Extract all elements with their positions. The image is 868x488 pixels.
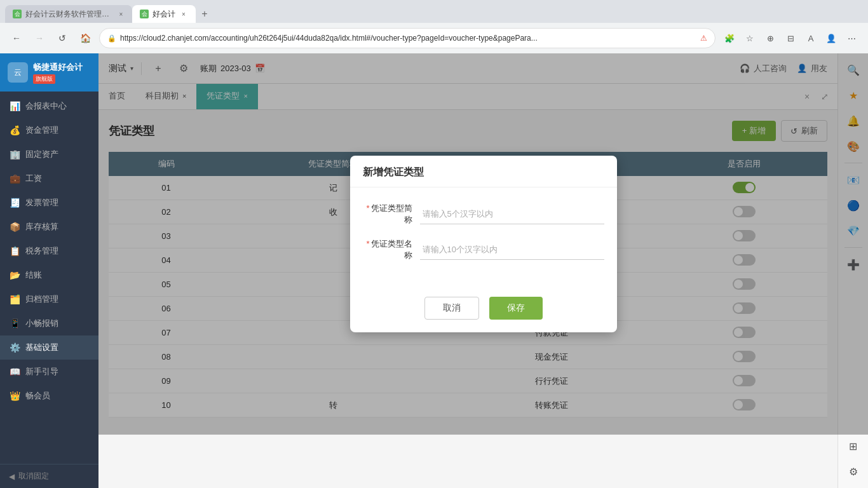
brand-icon: 云 <box>8 62 28 83</box>
read-aloud-icon[interactable]: A <box>802 29 820 47</box>
modal-header: 新增凭证类型 <box>350 156 617 187</box>
abbr-form-row: *凭证类型简称 <box>363 203 604 226</box>
right-panel-grid-btn[interactable]: ⊞ <box>842 435 865 458</box>
brand-edition: 旗舰版 <box>33 74 83 84</box>
browser-address-bar-row: ← → ↺ 🏠 🔒 https://cloud2.chanjet.com/acc… <box>0 23 868 53</box>
address-bar[interactable]: 🔒 https://cloud2.chanjet.com/accounting/… <box>99 28 715 48</box>
sidebar-item-salary[interactable]: 💼 工资 <box>0 166 98 191</box>
unpin-label: 取消固定 <box>18 471 49 482</box>
expense-icon: 📱 <box>9 318 20 329</box>
invoice-label: 发票管理 <box>25 197 58 208</box>
right-panel-gear-btn[interactable]: ⚙ <box>842 460 865 483</box>
sidebar-menu: 📊 会报表中心 💰 资金管理 🏢 固定资产 💼 工资 🧾 发票管理 📦 <box>0 92 98 464</box>
assets-label: 固定资产 <box>25 149 58 160</box>
tab-2[interactable]: 会 好会计 × <box>132 5 196 23</box>
archive-label: 归档管理 <box>25 294 58 305</box>
abbr-input[interactable] <box>420 204 604 224</box>
member-label: 畅会员 <box>25 390 50 402</box>
inventory-icon: 📦 <box>9 221 20 233</box>
browser-chrome: 会 好会计云财务软件管理系统_会计 × 会 好会计 × + ← → ↺ 🏠 🔒 … <box>0 0 868 53</box>
guide-label: 新手引导 <box>25 366 58 377</box>
favorites-icon[interactable]: ☆ <box>741 29 759 47</box>
sidebar-item-closing[interactable]: 📂 结账 <box>0 263 98 287</box>
abbr-label-text: 凭证类型简称 <box>371 203 412 224</box>
sidebar: 云 畅捷通好会计 旗舰版 📊 会报表中心 💰 资金管理 🏢 固定资产 <box>0 53 98 488</box>
settings-icon: ⚙️ <box>9 342 20 353</box>
sidebar-item-capital[interactable]: 💰 资金管理 <box>0 118 98 142</box>
name-input[interactable] <box>420 240 604 260</box>
salary-label: 工资 <box>25 173 42 184</box>
assets-icon: 🏢 <box>9 149 20 160</box>
invoice-icon: 🧾 <box>9 197 20 208</box>
sidebar-item-expense[interactable]: 📱 小畅报销 <box>0 311 98 336</box>
sidebar-item-archive[interactable]: 🗂️ 归档管理 <box>0 287 98 311</box>
member-icon: 👑 <box>9 390 20 402</box>
name-form-row: *凭证类型名称 <box>363 238 604 261</box>
nav-refresh-button[interactable]: ↺ <box>53 29 71 47</box>
sidebar-item-guide[interactable]: 📖 新手引导 <box>0 360 98 384</box>
tab-2-close[interactable]: × <box>179 10 188 18</box>
expense-label: 小畅报销 <box>25 318 58 329</box>
tab-1[interactable]: 会 好会计云财务软件管理系统_会计 × <box>5 5 132 23</box>
address-warning-icon: ⚠ <box>700 34 707 43</box>
inventory-label: 库存核算 <box>25 221 58 233</box>
modal-overlay: 新增凭证类型 *凭证类型简称 *凭证类型名称 取消 保存 <box>98 53 868 435</box>
address-text: https://cloud2.chanjet.com/accounting/uh… <box>120 34 696 43</box>
abbr-required-star: * <box>366 203 369 213</box>
tax-icon: 📋 <box>9 245 20 257</box>
modal-body: *凭证类型简称 *凭证类型名称 <box>350 187 617 289</box>
capital-label: 资金管理 <box>25 125 58 136</box>
sidebar-footer[interactable]: ◀ 取消固定 <box>0 464 98 488</box>
nav-back-button[interactable]: ← <box>8 29 25 47</box>
cancel-button[interactable]: 取消 <box>424 297 479 320</box>
sidebar-item-inventory[interactable]: 📦 库存核算 <box>0 215 98 239</box>
sidebar-brand: 云 畅捷通好会计 旗舰版 <box>0 53 98 92</box>
guide-icon: 📖 <box>9 366 20 377</box>
tab-2-favicon: 会 <box>140 10 149 18</box>
settings-label: 基础设置 <box>25 342 58 353</box>
closing-label: 结账 <box>25 269 42 281</box>
tab-1-favicon: 会 <box>13 10 22 18</box>
unpin-icon: ◀ <box>9 472 15 481</box>
nav-forward-button[interactable]: → <box>31 29 48 47</box>
closing-icon: 📂 <box>9 269 20 281</box>
tab-1-close[interactable]: × <box>118 10 125 18</box>
more-options-icon[interactable]: ⋯ <box>843 29 860 47</box>
archive-icon: 🗂️ <box>9 294 20 305</box>
capital-icon: 💰 <box>9 125 20 136</box>
tab-1-title: 好会计云财务软件管理系统_会计 <box>25 9 114 20</box>
modal-dialog: 新增凭证类型 *凭证类型简称 *凭证类型名称 取消 保存 <box>350 156 617 332</box>
name-label: *凭证类型名称 <box>363 238 420 261</box>
name-required-star: * <box>366 239 369 248</box>
reports-label: 会报表中心 <box>25 100 67 112</box>
save-button[interactable]: 保存 <box>489 297 543 320</box>
collections-icon[interactable]: ⊕ <box>761 29 779 47</box>
salary-icon: 💼 <box>9 173 20 184</box>
nav-home-button[interactable]: 🏠 <box>76 29 94 47</box>
sidebar-item-invoice[interactable]: 🧾 发票管理 <box>0 191 98 215</box>
profile-icon[interactable]: 👤 <box>822 29 840 47</box>
sidebar-item-reports[interactable]: 📊 会报表中心 <box>0 94 98 118</box>
brand-tag: 旗舰版 <box>33 74 55 84</box>
reports-icon: 📊 <box>9 100 20 112</box>
sidebar-item-tax[interactable]: 📋 税务管理 <box>0 239 98 263</box>
sidebar-item-assets[interactable]: 🏢 固定资产 <box>0 142 98 166</box>
browser-tabs-bar: 会 好会计云财务软件管理系统_会计 × 会 好会计 × + <box>0 0 868 23</box>
abbr-label: *凭证类型简称 <box>363 203 420 226</box>
brand-info: 畅捷通好会计 旗舰版 <box>33 62 83 84</box>
tab-add-button[interactable]: + <box>196 5 214 23</box>
address-lock-icon: 🔒 <box>107 34 116 43</box>
sidebar-item-settings[interactable]: ⚙️ 基础设置 <box>0 336 98 360</box>
sidebar-item-member[interactable]: 👑 畅会员 <box>0 384 98 408</box>
browser-actions: 🧩 ☆ ⊕ ⊟ A 👤 ⋯ <box>721 29 860 47</box>
extensions-icon[interactable]: 🧩 <box>721 29 738 47</box>
split-view-icon[interactable]: ⊟ <box>782 29 799 47</box>
name-label-text: 凭证类型名称 <box>371 239 412 260</box>
tax-label: 税务管理 <box>25 245 58 257</box>
modal-footer: 取消 保存 <box>350 289 617 332</box>
brand-name: 畅捷通好会计 <box>33 62 83 73</box>
tab-2-title: 好会计 <box>153 9 175 20</box>
